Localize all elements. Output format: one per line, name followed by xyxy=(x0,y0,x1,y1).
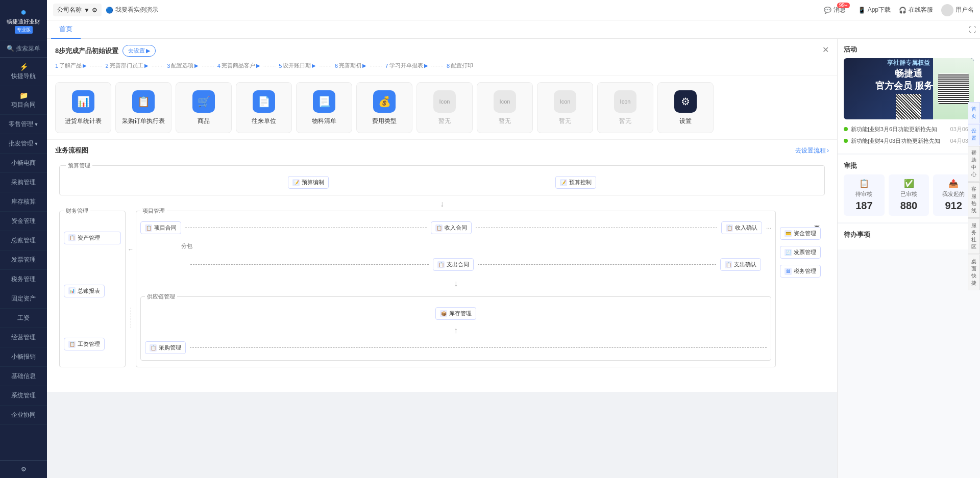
banner-main: 畅捷通 官方会员 服务群 xyxy=(875,67,942,92)
logo-badge: 专业版 xyxy=(15,26,33,34)
cost-type-icon: 💰 xyxy=(373,90,396,113)
sidebar-item-label: 项目合同 xyxy=(11,100,36,109)
icon-card-settings[interactable]: ⚙ 设置 xyxy=(657,82,714,133)
sidebar-item-ledger[interactable]: 总账管理 xyxy=(0,231,47,250)
icon-card-empty-1[interactable]: Icon 暂无 xyxy=(416,82,473,133)
go-settings-label: 去设置 xyxy=(128,47,145,55)
purchase-order-icon: 📋 xyxy=(132,90,155,113)
activity-banner[interactable]: 享社群专属权益 畅捷通 官方会员 服务群 xyxy=(844,58,974,119)
tax-mgmt-node[interactable]: 🏛 税务管理 xyxy=(780,265,821,278)
banner-line2: 官方会员 xyxy=(875,81,912,91)
content-area: 8步完成产品初始设置 去设置 ▶ 1 了解产品 ▶ ········ 2 xyxy=(47,39,980,478)
sidebar-item-capital[interactable]: 资金管理 xyxy=(0,212,47,231)
sidebar-item-system[interactable]: 系统管理 xyxy=(0,386,47,406)
wage-mgmt-node[interactable]: 📋 工资管理 xyxy=(64,338,105,350)
step-7-label: 学习开单报表 xyxy=(389,62,423,69)
left-panel: 8步完成产品初始设置 去设置 ▶ 1 了解产品 ▶ ········ 2 xyxy=(47,39,837,478)
budget-control-label: 预算编制 xyxy=(302,179,324,186)
sidebar-item-basicinfo[interactable]: 基础信息 xyxy=(0,367,47,386)
service-btn[interactable]: 🎧 在线客服 xyxy=(899,6,933,14)
flow-settings-link[interactable]: 去设置流程 › xyxy=(795,146,829,155)
mini-help[interactable]: 帮助中心 xyxy=(968,146,980,182)
sidebar-item-invoice[interactable]: 发票管理 xyxy=(0,250,47,270)
split-label: 分包 xyxy=(140,242,771,250)
budget-ctrl-label: 预算控制 xyxy=(569,179,592,186)
income-contract-node[interactable]: 📋 收入合同 xyxy=(431,221,472,234)
mini-homepage[interactable]: 首页 xyxy=(968,102,980,123)
approval-approved[interactable]: ✅ 已审核 880 xyxy=(889,174,929,216)
flow-header: 业务流程图 去设置流程 › xyxy=(55,146,829,155)
icon-card-goods[interactable]: 🛒 商品 xyxy=(176,82,232,133)
sidebar-item-expense[interactable]: 小畅报销 xyxy=(0,347,47,367)
icon-card-empty-2[interactable]: Icon 暂无 xyxy=(477,82,533,133)
finance-group-label: 财务管理 xyxy=(64,207,90,215)
icon-card-cost-type[interactable]: 💰 费用类型 xyxy=(356,82,412,133)
sidebar-item-wages[interactable]: 工资 xyxy=(0,309,47,328)
income-confirm-node[interactable]: 📋 收入确认 xyxy=(721,221,762,234)
company-selector[interactable]: 公司名称 ▼ ⚙ xyxy=(53,4,102,16)
tab-home-label: 首页 xyxy=(59,25,72,33)
user-avatar[interactable]: 用户名 xyxy=(941,4,974,16)
sidebar-item-assets[interactable]: 固定资产 xyxy=(0,289,47,309)
activity-title: 活动 xyxy=(844,45,974,54)
tabbar: 首页 ⛶ xyxy=(47,20,980,39)
icon-card-empty-4[interactable]: Icon 暂无 xyxy=(597,82,653,133)
capital-mgmt-node[interactable]: 💳 资金管理 xyxy=(780,227,821,240)
news-item-1[interactable]: 新功能|业财3月6日功能更新抢先知 03月06日 xyxy=(844,123,974,135)
sidebar-item-operations[interactable]: 经营管理 xyxy=(0,328,47,347)
sidebar-item-ecommerce[interactable]: 小畅电商 xyxy=(0,154,47,173)
icon-card-partners[interactable]: 📄 往来单位 xyxy=(236,82,292,133)
message-btn[interactable]: 💬 消息 99+ xyxy=(824,6,846,14)
expand-icon[interactable]: ⛶ xyxy=(969,26,976,34)
budget-ctrl-node[interactable]: 📝 预算控制 xyxy=(555,176,596,189)
sidebar-item-project[interactable]: 📁 项目合同 xyxy=(0,86,47,115)
sidebar-item-wholesale[interactable]: 批发管理 ▼ xyxy=(0,134,47,154)
sidebar-settings-btn[interactable]: ⚙ xyxy=(0,460,47,478)
app-download-btn[interactable]: 📱 App下载 xyxy=(858,6,891,14)
budget-control-node[interactable]: 📝 预算编制 xyxy=(288,176,329,189)
sidebar: ● 畅捷通好业财 专业版 🔍 搜索菜单 ⚡ 快捷导航 📁 项目合同 零售管理 ▼… xyxy=(0,0,47,478)
icon-card-purchase-order[interactable]: 📋 采购订单执行表 xyxy=(115,82,172,133)
asset-mgmt-node[interactable]: 📋 资产管理 xyxy=(64,232,121,244)
invoice-mgmt-node[interactable]: 🧾 发票管理 xyxy=(780,246,821,259)
icon-card-empty-3[interactable]: Icon 暂无 xyxy=(537,82,593,133)
sidebar-item-enterprise[interactable]: 企业协同 xyxy=(0,406,47,425)
flow-section: 业务流程图 去设置流程 › 预算管理 📝 xyxy=(47,140,837,392)
go-settings-button[interactable]: 去设置 ▶ xyxy=(122,45,156,57)
tab-home[interactable]: 首页 xyxy=(51,20,81,39)
setup-close-btn[interactable]: ✕ xyxy=(822,45,829,55)
approval-pending[interactable]: 📋 待审核 187 xyxy=(844,174,885,216)
goods-icon: 🛒 xyxy=(192,90,215,113)
sidebar-item-tax[interactable]: 税务管理 xyxy=(0,270,47,289)
sidebar-item-retail[interactable]: 零售管理 ▼ xyxy=(0,115,47,134)
icon-card-stock-report[interactable]: 📊 进货单统计表 xyxy=(55,82,111,133)
news-item-2[interactable]: 新功能|业财4月03日功能更新抢先知 04月03日 xyxy=(844,135,974,147)
step-1-label: 了解产品 xyxy=(59,62,82,69)
step-4-label: 完善商品客户 xyxy=(222,62,255,69)
expense-contract-node[interactable]: 📋 支出合同 xyxy=(433,258,474,271)
mini-hotline[interactable]: 客服热线 xyxy=(968,182,980,218)
mini-desktop[interactable]: 桌面快捷 xyxy=(968,255,980,290)
step-7: 7 学习开单报表 ▶ xyxy=(385,62,428,69)
sidebar-search[interactable]: 🔍 搜索菜单 xyxy=(0,40,47,58)
sidebar-item-purchase[interactable]: 采购管理 xyxy=(0,173,47,192)
mini-settings[interactable]: 设置 xyxy=(968,124,980,145)
sidebar-item-inventory[interactable]: 库存核算 xyxy=(0,192,47,212)
inventory-mgmt-node[interactable]: 📦 库存管理 xyxy=(435,307,476,320)
step-1: 1 了解产品 ▶ xyxy=(55,62,87,69)
inventory-mgmt-label: 库存管理 xyxy=(449,310,472,317)
sidebar-item-label: 企业协同 xyxy=(11,411,36,419)
empty-1-icon: Icon xyxy=(433,90,456,113)
general-ledger-node[interactable]: 📊 总账报表 xyxy=(64,285,105,297)
initiated-icon: 📤 xyxy=(937,179,970,188)
user-name: 用户名 xyxy=(955,6,974,14)
sidebar-item-quicknav[interactable]: ⚡ 快捷导航 xyxy=(0,58,47,86)
approval-title: 审批 xyxy=(844,161,974,170)
icon-card-bom[interactable]: 📃 物料清单 xyxy=(296,82,352,133)
mini-community[interactable]: 服务社区 xyxy=(968,218,980,254)
demo-link[interactable]: 🔵 我要看实例演示 xyxy=(106,6,158,14)
project-contract-node[interactable]: 📋 项目合同 xyxy=(140,221,181,234)
expense-confirm-node[interactable]: 📋 支出确认 xyxy=(720,258,761,271)
sidebar-item-label: 基础信息 xyxy=(11,372,36,381)
purchase-mgmt-node[interactable]: 📋 采购管理 xyxy=(145,341,186,354)
